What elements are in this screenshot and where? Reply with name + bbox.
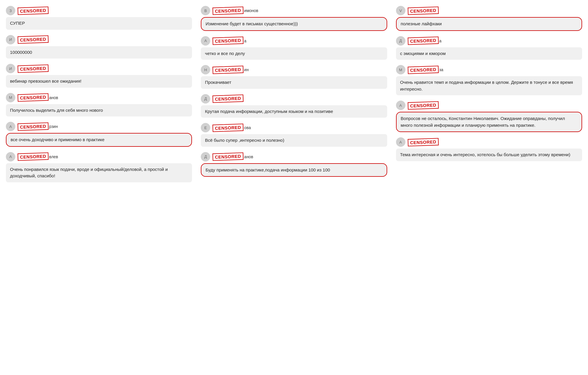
review-bubble: Очень понравился язык подачи, вроде и оф…	[6, 163, 192, 182]
review-name: CENSORED	[18, 65, 49, 72]
review-name: CENSORED	[18, 7, 49, 14]
review-bubble: Крутая подача информации, доступным язык…	[201, 105, 387, 118]
review-name: CENSORED	[408, 7, 439, 14]
name-suffix: а	[439, 39, 442, 43]
review-name: CENSOREDа	[213, 37, 246, 44]
review-bubble: все очень доходчиво и применимо в практи…	[6, 133, 192, 147]
review-name: CENSOREDова	[213, 124, 251, 131]
review-name: CENSOREDза	[408, 66, 443, 74]
review-header: VCENSORED	[396, 6, 582, 15]
review-name: CENSOREDвлев	[18, 153, 58, 160]
censored-badge: CENSORED	[18, 152, 49, 161]
review-bubble: Изменение будет в письмах существенное))…	[201, 17, 387, 31]
review-item: МCENSOREDзаОчень нравится темп и подача …	[396, 65, 582, 95]
review-header: АCENSORED	[396, 101, 582, 110]
review-bubble: полезные лайфхаки	[396, 17, 582, 31]
name-suffix: а	[244, 39, 246, 43]
avatar: А	[396, 101, 405, 110]
review-item: ДCENSOREDановБуду применять на практике,…	[201, 152, 387, 177]
review-header: ИCENSORED	[6, 64, 192, 73]
avatar: В	[201, 6, 210, 15]
review-item: НCENSOREDинПрокачивает	[201, 65, 387, 89]
avatar: Н	[201, 65, 210, 74]
censored-badge: CENSORED	[407, 66, 439, 74]
review-item: ДCENSOREDКрутая подача информации, досту…	[201, 94, 387, 118]
review-bubble: 100000000	[6, 46, 192, 59]
censored-badge: CENSORED	[18, 6, 49, 15]
name-suffix: ин	[244, 67, 249, 72]
censored-badge: CENSORED	[18, 64, 49, 73]
review-name: CENSOREDин	[213, 66, 249, 74]
review-header: ДCENSOREDа	[396, 36, 582, 46]
name-suffix: имонов	[244, 8, 258, 13]
review-header: АCENSOREDа	[201, 36, 387, 46]
review-bubble: СУПЕР	[6, 17, 192, 30]
censored-badge: CENSORED	[407, 36, 439, 45]
column-1: ВCENSOREDимоновИзменение будет в письмах…	[201, 6, 387, 177]
avatar: А	[6, 152, 15, 161]
censored-badge: CENSORED	[213, 6, 244, 15]
name-suffix: анов	[244, 154, 253, 159]
name-suffix: за	[439, 67, 443, 72]
review-item: АCENSOREDТема интересная и очень интерес…	[396, 137, 582, 161]
censored-badge: CENSORED	[18, 35, 49, 44]
review-bubble: Тема интересная и очень интересно, хотел…	[396, 149, 582, 161]
column-2: VCENSOREDполезные лайфхакиДCENSOREDас эм…	[396, 6, 582, 161]
review-header: НCENSOREDин	[201, 65, 387, 74]
review-header: ИCENSORED	[6, 35, 192, 44]
avatar: Д	[396, 36, 405, 46]
review-bubble: Прокачивает	[201, 76, 387, 89]
review-item: ЗCENSOREDСУПЕР	[6, 6, 192, 30]
review-name: CENSORED	[18, 36, 49, 43]
censored-badge: CENSORED	[213, 36, 244, 45]
review-item: ВCENSOREDимоновИзменение будет в письмах…	[201, 6, 387, 31]
review-name: CENSOREDрзин	[18, 123, 58, 130]
review-bubble: вебинар превзошел все ожидания!	[6, 75, 192, 88]
avatar: А	[396, 137, 405, 147]
censored-badge: CENSORED	[213, 66, 244, 74]
review-item: ЕCENSOREDоваВсё было супер ,интересно и …	[201, 123, 387, 147]
avatar: Д	[201, 94, 210, 104]
review-item: АCENSOREDВопросов не осталось, Константи…	[396, 101, 582, 132]
review-header: ЗCENSORED	[6, 6, 192, 15]
review-item: ИCENSORED100000000	[6, 35, 192, 59]
review-bubble: Буду применять на практике,подача информ…	[201, 163, 387, 177]
avatar: V	[396, 6, 405, 15]
review-bubble: Всё было супер ,интересно и полезно)	[201, 134, 387, 147]
censored-badge: CENSORED	[407, 138, 439, 146]
review-header: МCENSOREDза	[396, 65, 582, 74]
review-item: АCENSOREDачетко и все по делу	[201, 36, 387, 60]
review-item: АCENSOREDрзинвсе очень доходчиво и приме…	[6, 122, 192, 147]
censored-badge: CENSORED	[18, 122, 49, 131]
review-name: CENSOREDанов	[18, 94, 58, 101]
avatar: З	[6, 6, 15, 15]
column-0: ЗCENSOREDСУПЕРИCENSORED100000000ИCENSORE…	[6, 6, 192, 182]
censored-badge: CENSORED	[213, 124, 244, 132]
review-header: АCENSOREDрзин	[6, 122, 192, 131]
censored-badge: CENSORED	[213, 94, 244, 103]
name-suffix: влев	[49, 154, 58, 159]
avatar: М	[396, 65, 405, 74]
review-header: ДCENSOREDанов	[201, 152, 387, 161]
review-item: ДCENSOREDас эмоциями и юмором	[396, 36, 582, 60]
review-name: CENSOREDанов	[213, 153, 253, 160]
avatar: И	[6, 35, 15, 44]
censored-badge: CENSORED	[18, 93, 49, 102]
censored-badge: CENSORED	[213, 152, 244, 161]
review-header: АCENSORED	[396, 137, 582, 147]
avatar: Д	[201, 152, 210, 161]
review-header: ВCENSOREDимонов	[201, 6, 387, 15]
review-item: VCENSOREDполезные лайфхаки	[396, 6, 582, 31]
review-item: МCENSOREDановПолучилось выделить для себ…	[6, 93, 192, 117]
review-item: АCENSOREDвлевОчень понравился язык подач…	[6, 152, 192, 182]
review-bubble: Вопросов не осталось, Константин Николае…	[396, 112, 582, 132]
review-bubble: Очень нравится темп и подача информации …	[396, 76, 582, 95]
censored-badge: CENSORED	[407, 101, 439, 110]
review-name: CENSORED	[213, 95, 243, 102]
review-name: CENSORED	[408, 102, 439, 109]
name-suffix: анов	[49, 95, 58, 100]
review-name: CENSOREDа	[408, 37, 442, 44]
review-header: МCENSOREDанов	[6, 93, 192, 102]
reviews-container: ЗCENSOREDСУПЕРИCENSORED100000000ИCENSORE…	[6, 6, 582, 182]
review-name: CENSORED	[408, 139, 439, 146]
